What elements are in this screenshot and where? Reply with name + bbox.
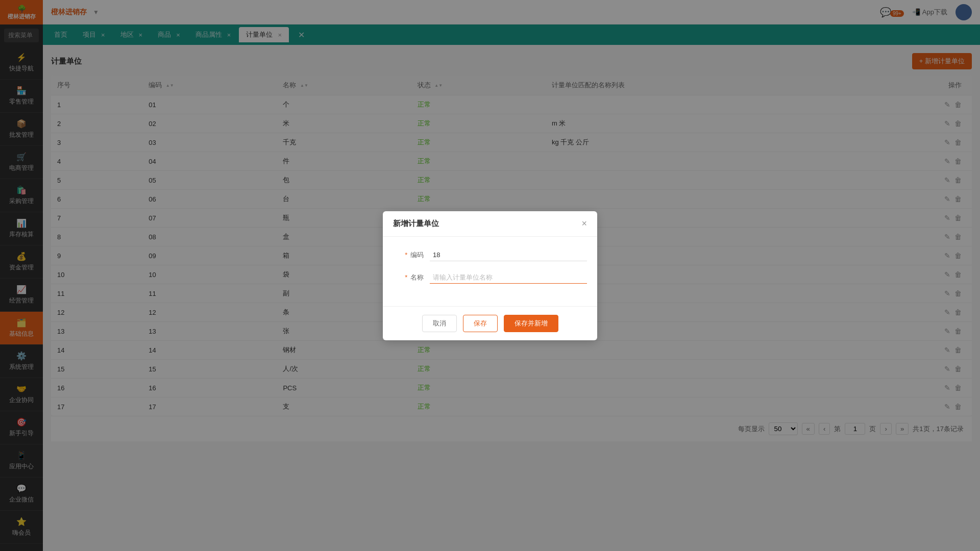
modal-close-button[interactable]: ×	[581, 218, 587, 229]
modal-header: 新增计量单位 ×	[383, 211, 597, 237]
code-label: * 编码	[393, 251, 424, 260]
add-unit-modal: 新增计量单位 × * 编码 * 名称 取消 保存 保存并新增	[383, 211, 597, 340]
name-label: * 名称	[393, 273, 424, 282]
save-and-new-button[interactable]: 保存并新增	[504, 315, 558, 332]
cancel-button[interactable]: 取消	[422, 315, 457, 332]
save-button[interactable]: 保存	[463, 315, 498, 332]
name-input[interactable]	[430, 271, 587, 284]
modal-footer: 取消 保存 保存并新增	[383, 306, 597, 340]
form-row-name: * 名称	[393, 271, 587, 284]
modal-body: * 编码 * 名称	[383, 237, 597, 306]
form-row-code: * 编码	[393, 249, 587, 261]
modal-title: 新增计量单位	[393, 219, 439, 229]
modal-overlay: 新增计量单位 × * 编码 * 名称 取消 保存 保存并新增	[0, 0, 980, 551]
code-input[interactable]	[430, 249, 587, 261]
